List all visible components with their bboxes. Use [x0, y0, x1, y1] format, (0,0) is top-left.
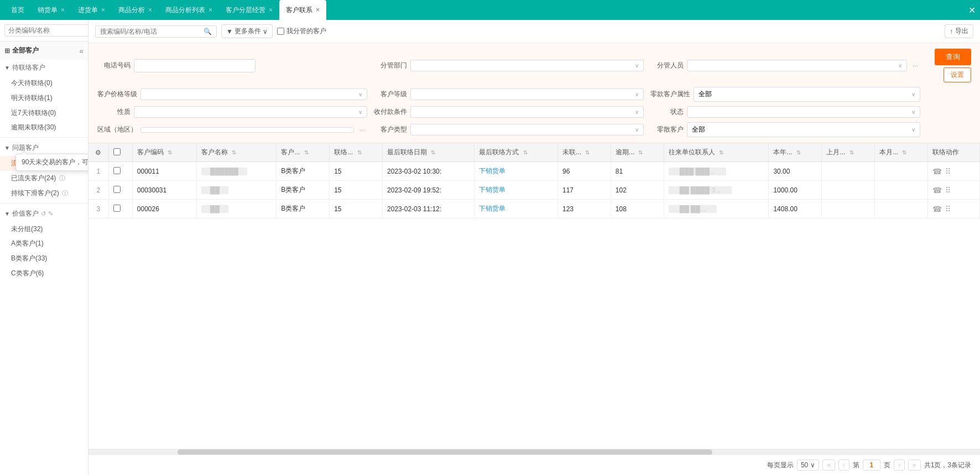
query-button[interactable]: 查询 [935, 49, 971, 65]
col-this-month[interactable]: 本月... ⇅ [875, 143, 928, 162]
payment-select[interactable]: ∨ [410, 106, 644, 118]
sidebar-item-c-class[interactable]: C类客户(6) [0, 266, 88, 281]
row-last-method[interactable]: 下销货单 [475, 162, 558, 181]
sidebar-item-tomorrow[interactable]: 明天待联络(1) [0, 91, 88, 106]
col-contacts[interactable]: 联络... ⇅ [330, 143, 383, 162]
row-last-method[interactable]: 下销货单 [475, 181, 558, 200]
close-icon[interactable]: × [208, 6, 212, 14]
close-icon[interactable]: × [316, 6, 320, 14]
page-size-select[interactable]: 50 ∨ [797, 460, 819, 471]
filter-row-3: 性质 ∨ 收付款条件 ∨ 状态 [97, 106, 971, 118]
table-row: 1 000011 ██████ B类客户 15 2023-03-02 10:30… [88, 162, 980, 181]
col-type[interactable]: 客户... ⇅ [277, 143, 330, 162]
tab-analysis[interactable]: 商品分析 × [112, 0, 159, 20]
price-level-select[interactable]: ∨ [140, 88, 367, 100]
col-uncontacted-label: 未联... [562, 148, 581, 156]
refresh-icon[interactable]: ↺ [41, 210, 46, 217]
last-method-link[interactable]: 下销货单 [479, 186, 505, 194]
search-icon[interactable]: 🔍 [204, 28, 212, 35]
sidebar-item-ungrouped[interactable]: 未分组(32) [0, 222, 88, 237]
col-this-year[interactable]: 本年... ⇅ [769, 143, 822, 162]
sidebar-item-7days[interactable]: 近7天待联络(0) [0, 106, 88, 121]
contact-icon[interactable]: ☎ [932, 167, 942, 176]
dept-select[interactable]: ∨ [410, 60, 644, 71]
gender-select[interactable]: ∨ [134, 106, 367, 118]
customer-type-select[interactable]: ∨ [410, 124, 644, 135]
close-all-icon[interactable]: ✕ [968, 5, 976, 15]
row-overdue: 81 [611, 162, 664, 181]
sidebar-item-churned[interactable]: 已流失客户(24) ⓘ [0, 171, 88, 186]
more-actions-icon[interactable]: ⠿ [945, 167, 951, 176]
sidebar-item-today[interactable]: 今天待联络(0) [0, 76, 88, 91]
edit-icon[interactable]: ✎ [48, 210, 53, 217]
col-overdue[interactable]: 逾期... ⇅ [611, 143, 664, 162]
more-actions-icon[interactable]: ⠿ [945, 205, 951, 213]
close-icon[interactable]: × [269, 6, 273, 14]
tab-purchase[interactable]: 进货单 × [71, 0, 112, 20]
settings-button[interactable]: 设置 [943, 67, 971, 82]
last-method-link[interactable]: 下销货单 [479, 167, 505, 175]
next-page-button[interactable]: › [894, 460, 905, 471]
tab-sales[interactable]: 销货单 × [31, 0, 71, 20]
col-settings[interactable]: ⚙ [88, 143, 108, 162]
row-checkbox[interactable] [108, 181, 132, 200]
col-last-date[interactable]: 最后联络日期 ⇅ [383, 143, 475, 162]
area-select[interactable] [140, 127, 354, 133]
row-this-year: 30.00 [769, 162, 822, 181]
export-button[interactable]: ↑ 导出 [945, 24, 973, 38]
sidebar-item-a-class[interactable]: A类客户(1) [0, 236, 88, 251]
col-uncontacted[interactable]: 未联... ⇅ [558, 143, 611, 162]
row-last-method[interactable]: 下销货单 [475, 200, 558, 218]
filter-field-status: 状态 ∨ [650, 106, 920, 118]
col-name[interactable]: 客户名称 ⇅ [196, 143, 276, 162]
zero-customer-select[interactable]: 全部 ∨ [687, 122, 920, 137]
select-all-checkbox[interactable] [113, 148, 121, 155]
col-last-method[interactable]: 最后联络方式 ⇅ [475, 143, 558, 162]
col-code[interactable]: 客户编码 ⇅ [132, 143, 196, 162]
tab-customer-layer[interactable]: 客户分层经营 × [219, 0, 279, 20]
col-last-month[interactable]: 上月... ⇅ [822, 143, 875, 162]
more-actions-icon[interactable]: ⠿ [945, 186, 951, 195]
sidebar-search-input[interactable] [4, 24, 88, 36]
contact-icon[interactable]: ☎ [932, 205, 942, 213]
tab-customer-contact[interactable]: 客户联系 × [279, 0, 326, 20]
row-action: ☎ ⠿ [927, 181, 979, 200]
close-icon[interactable]: × [101, 6, 105, 14]
col-contact-person[interactable]: 往来单位联系人 ⇅ [664, 143, 769, 162]
tab-analysis-list[interactable]: 商品分析列表 × [159, 0, 219, 20]
prev-page-button[interactable]: ‹ [838, 460, 849, 471]
collapse-icon[interactable]: « [79, 46, 84, 55]
close-icon[interactable]: × [61, 6, 65, 14]
customer-level-select[interactable]: ∨ [410, 88, 644, 100]
sidebar-item-b-class[interactable]: B类客户(33) [0, 251, 88, 266]
zero-attr-select[interactable]: 全部 ∨ [694, 87, 920, 102]
row-checkbox[interactable] [108, 162, 132, 181]
row-this-month [875, 200, 928, 218]
last-page-button[interactable]: » [908, 460, 921, 471]
sidebar-group-value[interactable]: ▼ 价值客户 ↺ ✎ [0, 206, 88, 222]
col-checkbox[interactable] [108, 143, 132, 162]
content-area: 🔍 ▼ 更多条件 ∨ 我分管的客户 ↑ 导出 电话号码 [88, 20, 980, 475]
status-select[interactable]: ∨ [687, 106, 920, 118]
close-icon[interactable]: × [148, 6, 152, 14]
first-page-button[interactable]: « [822, 460, 835, 471]
more-icon[interactable]: ··· [910, 62, 920, 70]
tab-home[interactable]: 首页 [4, 0, 31, 20]
last-method-link[interactable]: 下销货单 [479, 205, 505, 212]
my-customers-checkbox[interactable] [277, 28, 284, 35]
sidebar-all-customers[interactable]: ⊞ 全部客户 « [0, 41, 88, 60]
search-input[interactable] [100, 28, 204, 35]
phone-input[interactable] [134, 59, 256, 72]
horizontal-scrollbar[interactable] [88, 449, 980, 455]
contact-icon[interactable]: ☎ [932, 186, 942, 195]
person-select[interactable]: ∨ [687, 60, 907, 71]
sidebar-item-overdue[interactable]: 逾期未联络(30) [0, 120, 88, 135]
sidebar-group-pending[interactable]: ▼ 待联络客户 [0, 60, 88, 76]
area-more-icon[interactable]: ··· [357, 126, 367, 134]
more-conditions-button[interactable]: ▼ 更多条件 ∨ [221, 24, 273, 38]
row-checkbox[interactable] [108, 200, 132, 218]
page-input[interactable] [863, 460, 880, 471]
tab-analysis-list-label: 商品分析列表 [165, 6, 205, 15]
gender-label: 性质 [97, 107, 131, 117]
sidebar-item-declining[interactable]: 持续下滑客户(2) ⓘ [0, 186, 88, 201]
